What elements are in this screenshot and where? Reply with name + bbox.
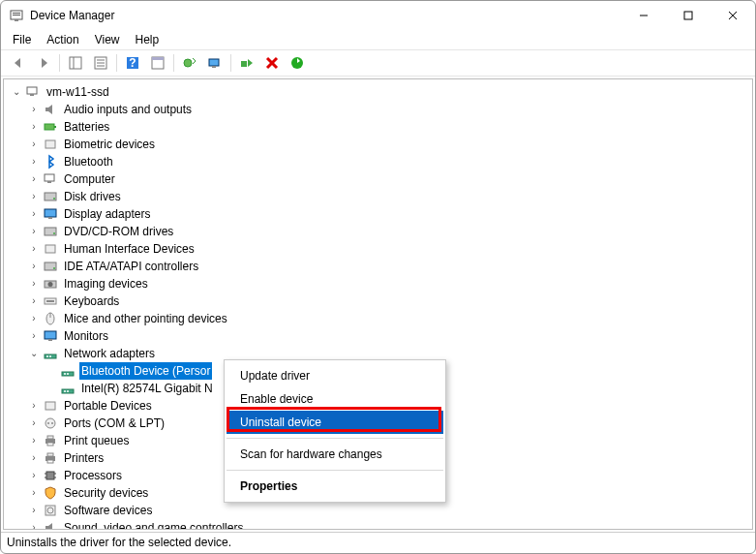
ctx-enable-device[interactable]: Enable device [227, 387, 443, 411]
network-adapter-icon [60, 363, 76, 379]
ctx-properties[interactable]: Properties [227, 475, 443, 498]
menu-view[interactable]: View [87, 31, 128, 48]
device-icon [43, 276, 58, 292]
show-hide-button[interactable] [64, 52, 87, 74]
menu-bar: File Action View Help [1, 30, 755, 49]
toolbar: ? [1, 49, 755, 77]
tree-category[interactable]: ›Bluetooth [8, 153, 752, 170]
node-label: Human Interface Devices [62, 240, 197, 258]
expand-icon[interactable]: › [27, 242, 41, 256]
expand-icon[interactable]: › [27, 103, 41, 116]
expand-icon[interactable]: › [27, 260, 41, 273]
ctx-uninstall-device[interactable]: Uninstall device [227, 411, 443, 434]
node-label: Ports (COM & LPT) [62, 415, 166, 432]
tree-root[interactable]: ⌄vm-w11-ssd [8, 83, 752, 101]
tree-category[interactable]: ›IDE ATA/ATAPI controllers [8, 258, 752, 275]
expand-icon[interactable]: › [27, 172, 41, 186]
ctx-update-driver[interactable]: Update driver [227, 364, 443, 387]
svg-rect-5 [684, 12, 692, 19]
device-icon [43, 137, 58, 152]
tree-category[interactable]: ›Imaging devices [8, 275, 752, 292]
collapse-icon[interactable]: ⌄ [10, 85, 23, 99]
expand-icon[interactable]: › [27, 294, 41, 308]
device-icon [43, 328, 58, 344]
expand-icon[interactable]: › [27, 329, 41, 343]
forward-button[interactable] [32, 52, 55, 74]
expand-icon[interactable]: › [27, 155, 41, 169]
scan-changes-button[interactable] [286, 52, 309, 74]
minimize-button[interactable] [621, 1, 666, 30]
node-label: DVD/CD-ROM drives [62, 223, 175, 240]
device-icon [43, 241, 58, 257]
node-label: Print queues [62, 432, 131, 449]
expand-icon[interactable]: › [27, 416, 41, 430]
tree-category[interactable]: ›Mice and other pointing devices [8, 310, 752, 327]
ctx-scan-hardware[interactable]: Scan for hardware changes [227, 443, 443, 466]
device-icon [43, 102, 58, 117]
svg-rect-27 [45, 124, 54, 130]
expand-icon[interactable]: › [27, 451, 41, 465]
device-icon [43, 224, 58, 239]
menu-help[interactable]: Help [128, 31, 167, 48]
computer-icon [25, 84, 41, 100]
expand-icon[interactable]: › [27, 207, 41, 221]
expand-icon[interactable]: › [27, 312, 41, 325]
tree-category[interactable]: ›Sound, video and game controllers [8, 519, 752, 530]
svg-rect-28 [54, 126, 56, 128]
tree-category[interactable]: ›Computer [8, 170, 752, 188]
enable-device-button[interactable] [235, 52, 258, 74]
node-label: IDE ATA/ATAPI controllers [62, 258, 200, 275]
expand-icon[interactable]: › [27, 434, 41, 447]
menu-action[interactable]: Action [39, 31, 86, 48]
expand-icon[interactable]: › [27, 469, 41, 482]
expand-icon[interactable]: › [27, 138, 41, 151]
tree-category[interactable]: ›Keyboards [8, 292, 752, 310]
menu-file[interactable]: File [5, 31, 39, 48]
close-button[interactable] [711, 1, 755, 30]
tree-category[interactable]: ›Monitors [8, 327, 752, 345]
svg-rect-20 [212, 66, 216, 68]
scan-hardware-button[interactable] [203, 52, 227, 74]
node-label: Batteries [62, 118, 111, 136]
node-label: Sound, video and game controllers [62, 519, 245, 530]
svg-point-50 [46, 355, 48, 357]
properties-button[interactable] [89, 52, 112, 74]
svg-point-42 [48, 282, 53, 287]
back-button[interactable] [7, 52, 30, 74]
svg-rect-21 [241, 61, 247, 67]
ctx-separator [227, 470, 443, 471]
update-driver-button[interactable] [178, 52, 201, 74]
svg-point-59 [45, 418, 55, 428]
network-adapter-icon [60, 381, 76, 396]
node-label: Bluetooth [62, 153, 115, 170]
tree-category[interactable]: ›Audio inputs and outputs [8, 101, 752, 118]
node-label: Network adapters [62, 345, 157, 362]
expand-icon[interactable]: › [27, 521, 41, 530]
tree-category[interactable]: ›Batteries [8, 118, 752, 136]
expand-icon[interactable]: › [27, 277, 41, 291]
tree-category[interactable]: ›Human Interface Devices [8, 240, 752, 258]
svg-point-57 [67, 390, 69, 392]
help-button[interactable]: ? [121, 52, 144, 74]
node-label: Keyboards [62, 292, 121, 310]
svg-rect-44 [46, 300, 54, 302]
expand-icon[interactable]: › [27, 486, 41, 500]
tree-category[interactable]: ›Display adapters [8, 205, 752, 223]
action-button[interactable] [146, 52, 169, 74]
expand-icon[interactable]: › [27, 120, 41, 134]
tree-category[interactable]: ›Biometric devices [8, 136, 752, 153]
device-icon [43, 293, 58, 309]
expand-icon[interactable]: › [27, 190, 41, 203]
tree-category[interactable]: ›Software devices [8, 502, 752, 519]
maximize-button[interactable] [666, 1, 711, 30]
node-label: Security devices [62, 484, 150, 502]
ctx-separator [227, 438, 443, 439]
uninstall-device-button[interactable] [260, 52, 284, 74]
expand-icon[interactable]: ⌄ [27, 347, 41, 360]
expand-icon[interactable]: › [27, 399, 41, 413]
tree-category[interactable]: ›Disk drives [8, 188, 752, 205]
expand-icon[interactable]: › [27, 225, 41, 238]
node-label: Disk drives [62, 188, 123, 205]
expand-icon[interactable]: › [27, 504, 41, 517]
tree-category[interactable]: ›DVD/CD-ROM drives [8, 223, 752, 240]
